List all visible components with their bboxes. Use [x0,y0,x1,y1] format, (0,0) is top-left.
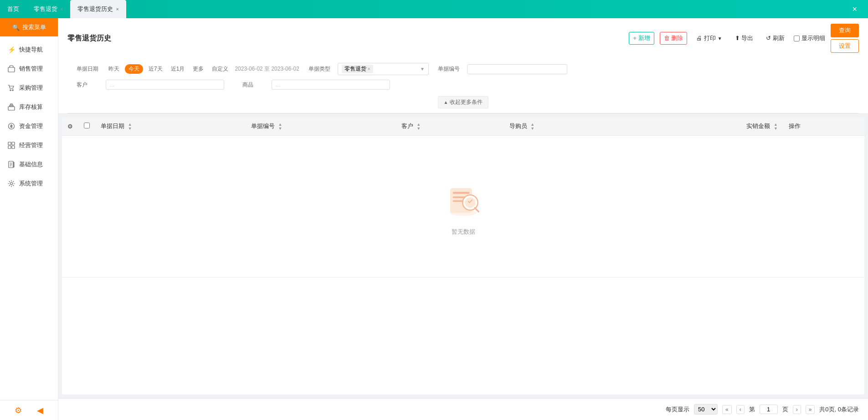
svg-point-2 [12,90,13,91]
svg-rect-8 [12,142,15,145]
svg-rect-19 [452,192,469,194]
sidebar-item-system-label: 系统管理 [19,179,43,188]
date-filter-label: 单据日期 [77,65,102,73]
print-button[interactable]: 🖨 打印 ▼ [693,32,726,44]
tab-retail-return-history[interactable]: 零售退货历史 × [70,0,126,18]
sidebar-item-sales-label: 销售管理 [19,65,43,73]
first-page-icon: « [725,406,729,413]
sidebar-item-sales[interactable]: 销售管理 [0,59,58,78]
collapse-button[interactable]: ▲ 收起更多条件 [438,96,489,108]
table-body: 暂无数据 [62,135,864,277]
empty-icon [441,177,486,222]
th-amount[interactable]: 实销金额 ▲▼ [633,118,783,135]
th-customer[interactable]: 客户 ▲▼ [396,118,504,135]
th-guide[interactable]: 导购员 ▲▼ [504,118,633,135]
th-settings[interactable]: ⚙ [62,118,78,135]
new-button[interactable]: + 新增 [629,32,654,45]
empty-text: 暂无数据 [452,228,475,236]
show-detail-container: 显示明细 [794,34,825,42]
sidebar-nav: ⚡ 快捷导航 销售管理 [0,36,58,400]
th-date[interactable]: 单据日期 ▲▼ [95,118,246,135]
tab-bar: 首页 零售退货 × 零售退货历史 × [0,0,848,18]
customer-filter-input[interactable]: ... [106,80,224,90]
date-7days-btn[interactable]: 近7天 [146,64,165,74]
customer-sort-icon: ▲▼ [416,123,421,131]
content-header: 零售退货历史 + 新增 🗑 删除 🖨 打印 ▼ ⬆ 导出 [58,18,868,114]
number-filter-group: 单据编号 [438,64,567,74]
date-custom-btn[interactable]: 自定义 [209,64,231,74]
svg-rect-7 [8,142,11,145]
select-all-checkbox[interactable] [84,123,90,128]
type-filter-select[interactable]: 零售退货 × ▼ [338,63,429,75]
date-today-btn[interactable]: 今天 [125,64,143,74]
sidebar-item-system[interactable]: 系统管理 [0,174,58,193]
page-input[interactable] [760,405,778,414]
th-action: 操作 [783,118,864,135]
date-more-btn[interactable]: 更多 [190,64,206,74]
customer-placeholder: ... [110,82,114,88]
svg-line-24 [475,208,478,211]
th-number[interactable]: 单据编号 ▲▼ [246,118,396,135]
show-detail-checkbox[interactable] [794,36,800,41]
tab-retail-return-history-close[interactable]: × [116,6,118,12]
export-button[interactable]: ⬆ 导出 [731,32,757,44]
goods-filter-label: 商品 [242,81,268,89]
tab-retail-return-history-label: 零售退货历史 [77,5,113,13]
refresh-button[interactable]: ↺ 刷新 [762,32,788,44]
type-tag-close[interactable]: × [368,67,370,72]
svg-point-16 [10,183,13,185]
sidebar-item-operations-label: 经营管理 [19,141,43,149]
goods-filter-input[interactable]: ... [272,80,390,90]
title-row: 零售退货历史 + 新增 🗑 删除 🖨 打印 ▼ ⬆ 导出 [67,24,859,53]
th-action-label: 操作 [789,123,801,129]
th-customer-label: 客户 [401,123,413,129]
number-filter-input[interactable] [467,64,567,74]
type-tag: 零售退货 × [342,65,373,73]
finance-icon [7,122,15,130]
sidebar-item-inventory[interactable]: 库存核算 [0,97,58,117]
table-settings-icon[interactable]: ⚙ [67,123,73,130]
date-yesterday-btn[interactable]: 昨天 [106,64,122,74]
first-page-button[interactable]: « [722,405,732,414]
collapse-sidebar-icon[interactable]: ◀ [37,405,43,415]
sidebar-item-operations[interactable]: 经营管理 [0,136,58,155]
sidebar-item-quick-nav[interactable]: ⚡ 快捷导航 [0,40,58,59]
inventory-icon [7,103,15,111]
settings-icon[interactable]: ⚙ [15,405,22,415]
window-close-button[interactable]: × [848,5,861,14]
next-page-button[interactable]: › [793,405,801,414]
prev-page-button[interactable]: ‹ [736,405,745,414]
date-sort-icon: ▲▼ [128,123,132,131]
sidebar-item-basic-info[interactable]: 基础信息 [0,155,58,174]
query-button[interactable]: 查询 [831,24,859,37]
sidebar-item-finance[interactable]: 资金管理 [0,117,58,136]
delete-button[interactable]: 🗑 删除 [660,32,688,45]
svg-rect-21 [452,200,463,201]
empty-state-cell: 暂无数据 [62,135,864,277]
tab-home-label: 首页 [7,5,19,13]
th-number-label: 单据编号 [251,123,275,129]
new-button-label: + 新增 [633,34,650,42]
type-filter-label: 单据类型 [308,65,334,73]
svg-point-23 [465,197,475,208]
table-header: ⚙ 单据日期 ▲▼ 单据编号 [62,118,864,135]
collapse-row: ▲ 收起更多条件 [77,94,850,108]
data-table: ⚙ 单据日期 ▲▼ 单据编号 [62,118,864,277]
sidebar-search[interactable]: 🔍 搜索菜单 [0,18,58,36]
sidebar-item-purchase[interactable]: 采购管理 [0,78,58,97]
th-checkbox[interactable] [78,118,95,135]
customer-filter-group: 客户 ... [77,80,224,90]
number-filter-label: 单据编号 [438,65,463,73]
tab-retail-return[interactable]: 零售退货 × [26,0,70,18]
per-page-select[interactable]: 20 50 100 [694,404,718,415]
last-page-button[interactable]: » [806,405,815,414]
purchase-icon [7,84,15,92]
svg-rect-0 [8,67,15,72]
setting-button[interactable]: 设置 [831,39,859,53]
svg-rect-10 [12,146,15,149]
date-1month-btn[interactable]: 近1月 [168,64,188,74]
search-icon: 🔍 [12,24,20,31]
tab-home[interactable]: 首页 [0,0,26,18]
customer-filter-label: 客户 [77,81,102,89]
tab-retail-return-close[interactable]: × [60,6,63,12]
